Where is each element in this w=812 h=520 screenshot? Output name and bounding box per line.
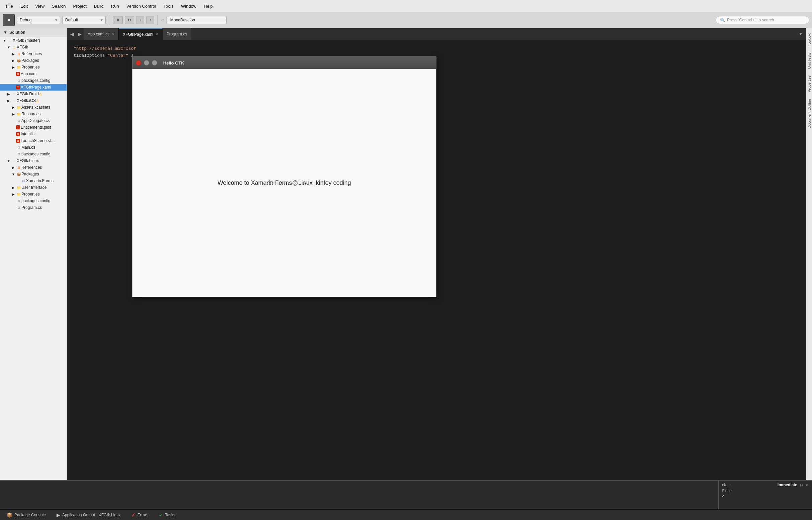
tree-linux-properties[interactable]: ▶ 📁 Properties <box>0 191 67 198</box>
status-errors[interactable]: ✗ Errors <box>127 511 152 519</box>
tab-program-cs[interactable]: Program.cs <box>163 28 191 40</box>
status-label: Errors <box>138 513 148 517</box>
tree-xamarin-forms[interactable]: ⊡ Xamarin.Forms <box>0 178 67 184</box>
menu-tools[interactable]: Tools <box>160 2 177 10</box>
pause-button[interactable]: ⏸ <box>113 16 123 24</box>
immediate-tab[interactable]: Immediate <box>778 483 797 487</box>
tree-xfgtk-master[interactable]: ▼ □ XFGtk (master) <box>0 37 67 44</box>
folder-icon: 📁 <box>16 191 21 197</box>
debug-dropdown[interactable]: Debug ▾ <box>17 16 60 24</box>
right-panel-doc-outline[interactable]: Document Outline <box>807 96 812 131</box>
window-max-btn[interactable] <box>152 60 157 66</box>
tree-properties[interactable]: ▶ 📁 Properties <box>0 64 67 71</box>
tree-label: Main.cs <box>21 145 35 150</box>
panel-close-ck[interactable]: ✕ <box>729 483 732 487</box>
panel-restore-imm[interactable]: ⊡ <box>800 483 803 487</box>
tab-next-btn[interactable]: ▶ <box>76 31 83 37</box>
tree-resources[interactable]: ▶ 📁 Resources <box>0 111 67 117</box>
tree-xfgtk-linux[interactable]: ▼ □ XFGtk.Linux <box>0 157 67 164</box>
tree-launchscreen[interactable]: X LaunchScreen.st… <box>0 137 67 144</box>
menu-build[interactable]: Build <box>91 2 107 10</box>
tree-main-cs[interactable]: ⚙ Main.cs <box>0 144 67 151</box>
tree-packages[interactable]: ▶ 📦 Packages <box>0 57 67 64</box>
step-over-button[interactable]: ↻ <box>125 16 134 24</box>
right-panel-properties[interactable]: Properties <box>807 73 812 95</box>
tree-app-xaml[interactable]: X App.xaml <box>0 71 67 77</box>
pkg-icon: ⊡ <box>21 178 26 183</box>
stop-button[interactable]: ■ <box>3 14 15 26</box>
tree-appdelegate[interactable]: ⚙ AppDelegate.cs <box>0 117 67 124</box>
tab-more-btn[interactable]: ▾ <box>797 31 805 36</box>
run-target-dropdown[interactable]: MonoDevelop <box>167 16 227 24</box>
menu-project[interactable]: Project <box>70 2 90 10</box>
floating-window[interactable]: Hello GTK http://blog.csdn.net/kinfey We… <box>132 56 437 297</box>
main-area: ▼ Solution ▼ □ XFGtk (master) ▼ □ XFGtk … <box>0 28 812 480</box>
search-box[interactable]: 🔍 Press 'Control+,' to search <box>716 16 809 24</box>
menu-window[interactable]: Window <box>178 2 200 10</box>
tree-xfgtk-droid[interactable]: ▶ □ XFGtk.Droid ⚠ <box>0 90 67 97</box>
tree-label: App.xaml <box>21 72 38 76</box>
default-dropdown[interactable]: Default ▾ <box>62 16 106 24</box>
tree-linux-packages-config[interactable]: ⚙ packages.config <box>0 198 67 204</box>
folder-icon: 📁 <box>16 111 21 116</box>
window-close-btn[interactable] <box>136 60 141 66</box>
tab-close-xfgtkpage[interactable]: ✕ <box>155 32 158 36</box>
status-tasks[interactable]: ✓ Tasks <box>155 511 179 519</box>
tree-linux-packages[interactable]: ▼ 📦 Packages <box>0 171 67 178</box>
tab-app-xaml-cs[interactable]: App.xaml.cs ✕ <box>83 28 119 40</box>
step-into-button[interactable]: ↓ <box>136 16 144 24</box>
tree-xfgtk-ios[interactable]: ▶ □ XFGtk.iOS ⚠ <box>0 97 67 104</box>
bottom-area: ck ✕ Immediate ⊡ ✕ File > 📦 Package Cons… <box>0 480 812 520</box>
menu-run[interactable]: Run <box>108 2 122 10</box>
status-bar: 📦 Package Console ▶ Application Output -… <box>0 509 812 520</box>
tree-label: Entitlements.plist <box>21 125 51 130</box>
tree-packages-config-1[interactable]: ⚙ packages.config <box>0 77 67 84</box>
window-titlebar: Hello GTK <box>132 57 436 69</box>
tree-assets[interactable]: ▶ 📁 Assets.xcassets <box>0 104 67 111</box>
cs-icon: ⚙ <box>16 205 21 210</box>
tree-linux-references[interactable]: ▶ ⊞ References <box>0 164 67 171</box>
expand-icon: ▶ <box>11 51 16 56</box>
right-panel-toolbox[interactable]: Toolbox <box>807 31 812 49</box>
menu-view[interactable]: View <box>32 2 48 10</box>
sidebar: ▼ Solution ▼ □ XFGtk (master) ▼ □ XFGtk … <box>0 28 67 480</box>
tree-label: User Interface <box>21 185 47 190</box>
panel-close-imm[interactable]: ✕ <box>806 483 809 487</box>
tab-close-app[interactable]: ✕ <box>112 32 114 36</box>
tree-label: Properties <box>21 65 40 70</box>
tree-user-interface[interactable]: ▶ 📁 User Interface <box>0 184 67 191</box>
tree-references[interactable]: ▶ ⊞ References <box>0 50 67 57</box>
panel-header: ck ✕ Immediate ⊡ ✕ <box>722 483 809 487</box>
spacer-icon <box>11 118 16 123</box>
tab-prev-btn[interactable]: ◀ <box>68 31 76 37</box>
packages-icon: 📦 <box>16 58 21 63</box>
folder-icon: 📁 <box>16 105 21 110</box>
spacer-icon <box>11 78 16 83</box>
expand-icon: ▶ <box>6 98 11 103</box>
tree-program-cs[interactable]: ⚙ Program.cs <box>0 204 67 211</box>
tree-label: XFGtkPage.xaml <box>21 85 51 89</box>
menu-help[interactable]: Help <box>200 2 216 10</box>
menu-edit[interactable]: Edit <box>17 2 31 10</box>
menu-version-control[interactable]: Version Control <box>123 2 159 10</box>
window-min-btn[interactable] <box>144 60 149 66</box>
search-icon: 🔍 <box>720 18 725 22</box>
tree-entitlements[interactable]: X Entitlements.plist <box>0 124 67 131</box>
packages-icon: 📦 <box>16 172 21 177</box>
debug-panel-ck-tab[interactable]: ck <box>722 483 726 487</box>
tree-info-plist[interactable]: X Info.plist <box>0 131 67 137</box>
menu-file[interactable]: File <box>3 2 16 10</box>
expand-icon: ▶ <box>11 165 16 170</box>
status-package-console[interactable]: 📦 Package Console <box>3 511 50 519</box>
step-out-button[interactable]: ↑ <box>146 16 154 24</box>
tree-label: Resources <box>21 112 41 116</box>
right-panel-unit-tests[interactable]: Unit Tests <box>807 50 812 72</box>
status-app-output[interactable]: ▶ Application Output - XFGtk.Linux <box>52 511 125 519</box>
tree-xfgtkpage-xaml[interactable]: X XFGtkPage.xaml <box>0 84 67 90</box>
menu-search[interactable]: Search <box>49 2 69 10</box>
tab-xfgtkpage-xaml[interactable]: XFGtkPage.xaml ✕ <box>119 28 163 40</box>
tree-xfgtk[interactable]: ▼ □ XFGtk <box>0 44 67 50</box>
spacer-icon <box>11 125 16 130</box>
tree-label: Xamarin.Forms <box>26 179 53 183</box>
tree-packages-config-2[interactable]: ⚙ packages.config <box>0 151 67 157</box>
